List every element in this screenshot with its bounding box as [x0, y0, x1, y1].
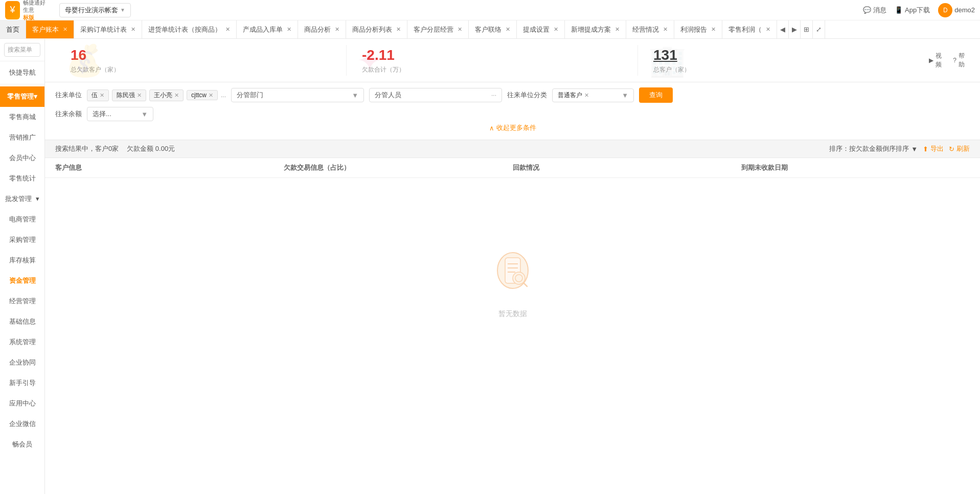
tab-profit-report[interactable]: 利润报告 ✕ [674, 20, 722, 39]
dept-select[interactable]: 分管部门 ▼ [231, 88, 364, 102]
tab-label: 客户账本 [32, 25, 59, 34]
help-button[interactable]: ? 帮助 [953, 52, 970, 69]
tab-nav-left[interactable]: ◀ [777, 20, 789, 39]
tab-label: 进货单统计表（按商品） [148, 25, 221, 34]
tab-label: 商品分析 [304, 25, 331, 34]
sidebar-search: 搜索菜单 [0, 39, 44, 61]
close-icon[interactable]: ✕ [287, 26, 291, 33]
tab-nav-maximize[interactable]: ⤢ [813, 20, 825, 39]
video-button[interactable]: ▶ 视频 [929, 52, 947, 69]
tag-close-1[interactable]: ✕ [137, 92, 142, 99]
sidebar-item-finance[interactable]: 资金管理 [0, 271, 44, 291]
sidebar-item-system[interactable]: 系统管理 [0, 332, 44, 352]
close-icon[interactable]: ✕ [335, 26, 339, 33]
sidebar-item-purchase-mgmt[interactable]: 采购管理 [0, 230, 44, 250]
sidebar-item-app-center[interactable]: 应用中心 [0, 393, 44, 414]
tab-label: 客户分层经营 [414, 25, 453, 34]
tab-operation-status[interactable]: 经营情况 ✕ [626, 20, 674, 39]
logo-icon: ¥ [5, 1, 20, 19]
app-download-button[interactable]: 📱 App下载 [895, 6, 930, 15]
workspace-selector[interactable]: 母婴行业演示帐套 ▼ [59, 3, 131, 17]
help-icon: ? [953, 57, 956, 64]
tag-close-3[interactable]: ✕ [209, 92, 213, 99]
sidebar-item-batch-mgmt[interactable]: 批发管理 ▾ [0, 189, 44, 209]
tag-label: 陈民强 [117, 91, 135, 100]
tab-purchase-order-stats[interactable]: 采购订单统计表 ✕ [74, 20, 142, 39]
tab-nav-right[interactable]: ▶ [789, 20, 801, 39]
tab-label: 商品分析列表 [352, 25, 392, 34]
filter-unit-label: 往来单位 [55, 91, 82, 100]
collapse-label: 收起更多条件 [496, 123, 536, 132]
sort-button[interactable]: 排序：按欠款金额倒序排序 ▼ [829, 144, 918, 153]
tab-label: 产成品入库单 [243, 25, 283, 34]
tab-product-inbound[interactable]: 产成品入库单 ✕ [237, 20, 298, 39]
sidebar-item-member-center[interactable]: 会员中心 [0, 148, 44, 168]
sidebar-nav: 快捷导航 [0, 61, 44, 84]
filter-more[interactable]: ... [221, 92, 226, 99]
close-icon[interactable]: ✕ [615, 26, 620, 33]
sidebar-item-retail-stats[interactable]: 零售统计 [0, 168, 44, 189]
sidebar-item-retail-mall[interactable]: 零售商城 [0, 107, 44, 127]
user-menu[interactable]: D demo2 [938, 3, 975, 17]
tab-customer-segment[interactable]: 客户分层经营 ✕ [407, 20, 469, 39]
tab-promotion-settings[interactable]: 提成设置 ✕ [517, 20, 565, 39]
collapse-button[interactable]: ∧ 收起更多条件 [55, 121, 970, 134]
tab-customer-contact[interactable]: 客户联络 ✕ [469, 20, 517, 39]
tab-product-analysis-list[interactable]: 商品分析列表 ✕ [346, 20, 407, 39]
unit-class-tag-close[interactable]: ✕ [584, 92, 589, 99]
home-tab-label: 首页 [6, 25, 19, 34]
chevron-down-icon: ▼ [141, 110, 148, 118]
message-button[interactable]: 💬 消息 [863, 6, 886, 15]
chevron-down-icon: ▼ [911, 145, 918, 153]
query-button[interactable]: 查询 [639, 87, 673, 103]
sidebar-item-guide[interactable]: 新手引导 [0, 373, 44, 393]
table-area: 客户信息 欠款交易信息（占比） 回款情况 到期未收款日期 [45, 158, 980, 494]
refresh-button[interactable]: ↻ 刷新 [949, 144, 970, 153]
close-icon[interactable]: ✕ [766, 26, 770, 33]
tag-close-2[interactable]: ✕ [174, 92, 179, 99]
tab-product-analysis[interactable]: 商品分析 ✕ [298, 20, 346, 39]
chevron-down-icon: ▼ [622, 92, 628, 99]
tag-label: 伍 [92, 91, 98, 100]
tab-nav-expand[interactable]: ⊞ [801, 20, 813, 39]
close-icon[interactable]: ✕ [63, 26, 67, 33]
tab-inbound-stats[interactable]: 进货单统计表（按商品） ✕ [142, 20, 237, 39]
close-icon[interactable]: ✕ [663, 26, 668, 33]
result-bar: 搜索结果中，客户0家 欠款金额 0.00元 排序：按欠款金额倒序排序 ▼ ⬆ 导… [45, 140, 980, 158]
tab-customer-ledger[interactable]: 客户账本 ✕ [26, 20, 74, 39]
sidebar-item-basic-info[interactable]: 基础信息 [0, 311, 44, 332]
balance-select[interactable]: 选择... ▼ [87, 107, 153, 121]
sidebar-item-wechat[interactable]: 企业微信 [0, 414, 44, 434]
stat2-bg-icon: ✦ [357, 42, 382, 78]
close-icon[interactable]: ✕ [225, 26, 230, 33]
sidebar-item-member[interactable]: 畅会员 [0, 434, 44, 455]
tab-home[interactable]: 首页 [0, 20, 26, 39]
close-icon[interactable]: ✕ [131, 26, 135, 33]
logo-area: ¥ 畅捷通好生意 标版 [5, 0, 50, 21]
close-icon[interactable]: ✕ [396, 26, 401, 33]
sidebar: 搜索菜单 快捷导航 零售管理 ▾ 零售商城 营销推广 会员中心 零售统计 批发管… [0, 39, 45, 494]
tab-new-promotion[interactable]: 新增提成方案 ✕ [565, 20, 626, 39]
sidebar-item-marketing[interactable]: 营销推广 [0, 127, 44, 148]
person-select[interactable]: 分管人员 ··· [369, 88, 502, 102]
sidebar-item-retail-mgmt[interactable]: 零售管理 ▾ [0, 86, 44, 107]
sidebar-item-enterprise[interactable]: 企业协同 [0, 352, 44, 373]
sidebar-item-inventory[interactable]: 库存核算 [0, 250, 44, 271]
sidebar-item-quick-nav[interactable]: 快捷导航 [0, 63, 44, 82]
close-icon[interactable]: ✕ [554, 26, 558, 33]
close-icon[interactable]: ✕ [711, 26, 716, 33]
sort-label: 排序：按欠款金额倒序排序 [829, 144, 909, 153]
export-button[interactable]: ⬆ 导出 [923, 144, 944, 153]
filter-row-2: 往来余额 选择... ▼ [55, 107, 970, 121]
sidebar-item-operation[interactable]: 经营管理 [0, 291, 44, 311]
tag-close-0[interactable]: ✕ [100, 92, 104, 99]
close-icon[interactable]: ✕ [506, 26, 510, 33]
result-bar-left: 搜索结果中，客户0家 欠款金额 0.00元 [55, 144, 175, 153]
avatar: D [938, 3, 952, 17]
tag-label: 王小亮 [154, 91, 172, 100]
sidebar-item-ecommerce[interactable]: 电商管理 [0, 209, 44, 230]
close-icon[interactable]: ✕ [458, 26, 462, 33]
search-menu-button[interactable]: 搜索菜单 [4, 43, 40, 57]
tab-retail-profit[interactable]: 零售利润（ ✕ [722, 20, 777, 39]
unit-class-select[interactable]: 普通客户 ✕ ▼ [552, 88, 634, 102]
